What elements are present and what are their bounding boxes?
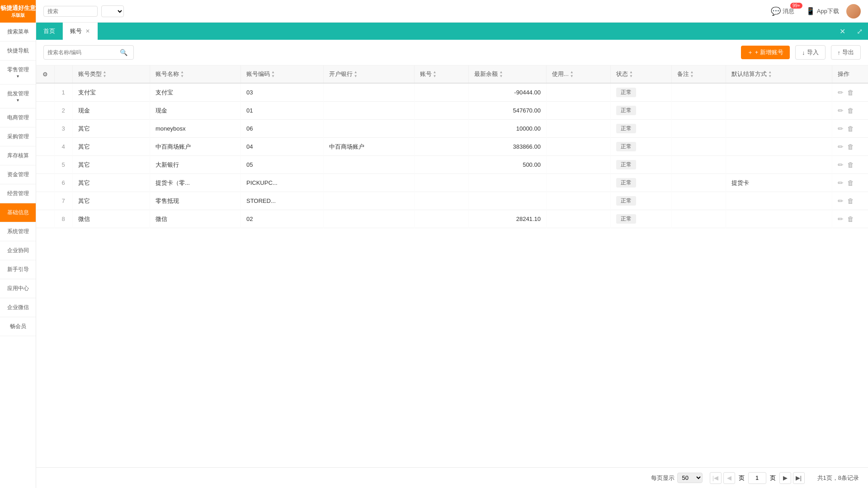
topbar-search-input[interactable] <box>43 6 98 17</box>
row-status: 正常 <box>610 138 671 156</box>
sidebar-item-basic-info[interactable]: 基础信息 <box>0 203 36 222</box>
row-gear <box>36 192 54 210</box>
export-button[interactable]: ↑ 导出 <box>831 45 861 60</box>
row-code: PICKUPC... <box>241 174 323 192</box>
balance-column-header[interactable]: 最新余额 ▲▼ <box>469 66 547 83</box>
user-avatar[interactable] <box>846 4 861 19</box>
header-buttons: ＋ + 新增账号 ↓ 导入 ↑ 导出 <box>741 45 861 60</box>
row-actions: ✏ 🗑 <box>832 210 868 228</box>
delete-button[interactable]: 🗑 <box>847 215 854 223</box>
sidebar-item-label: 畅会员 <box>2 323 34 330</box>
sidebar-item-enterprise-wechat[interactable]: 企业微信 <box>0 298 36 317</box>
row-name: 中百商场账户 <box>150 138 241 156</box>
row-remark <box>671 102 726 120</box>
row-status: 正常 <box>610 83 671 102</box>
sidebar-item-label: 经营管理 <box>2 190 34 197</box>
row-account <box>414 120 469 138</box>
sidebar-item-inventory-check[interactable]: 库存核算 <box>0 146 36 165</box>
topbar-dropdown[interactable] <box>101 5 124 17</box>
balance-col-label: 最新余额 <box>474 70 498 78</box>
import-button[interactable]: ↓ 导入 <box>795 45 826 60</box>
last-page-button[interactable]: ▶| <box>793 472 805 484</box>
account-column-header[interactable]: 账号 ▲▼ <box>414 66 469 83</box>
sidebar-item-capital-mgmt[interactable]: 资金管理 <box>0 165 36 184</box>
delete-button[interactable]: 🗑 <box>847 107 854 115</box>
default-pay-column-header[interactable]: 默认结算方式 ▲▼ <box>726 66 832 83</box>
status-column-header[interactable]: 状态 ▲▼ <box>610 66 671 83</box>
type-col-label: 账号类型 <box>78 70 102 78</box>
sidebar-item-label: 零售管理 <box>2 66 34 74</box>
delete-button[interactable]: 🗑 <box>847 179 854 187</box>
sidebar-item-purchase-mgmt[interactable]: 采购管理 <box>0 127 36 146</box>
close-window-button[interactable]: ✕ <box>834 23 851 40</box>
bank-column-header[interactable]: 开户银行 ▲▼ <box>323 66 414 83</box>
sidebar-item-member[interactable]: 畅会员 <box>0 317 36 336</box>
name-column-header[interactable]: 账号名称 ▲▼ <box>150 66 241 83</box>
message-icon: 💬 <box>771 6 781 16</box>
row-account <box>414 83 469 102</box>
usage-column-header[interactable]: 使用... ▲▼ <box>546 66 610 83</box>
prev-page-button[interactable]: ◀ <box>723 472 735 484</box>
remark-col-label: 备注 <box>677 70 689 78</box>
row-type: 其它 <box>72 156 150 174</box>
first-page-button[interactable]: |◀ <box>710 472 722 484</box>
maximize-window-button[interactable]: ⤢ <box>851 23 868 40</box>
row-balance: 500.00 <box>469 156 547 174</box>
edit-button[interactable]: ✏ <box>838 107 844 115</box>
export-icon: ↑ <box>838 49 841 56</box>
code-column-header[interactable]: 账号编码 ▲▼ <box>241 66 323 83</box>
row-balance: 547670.00 <box>469 102 547 120</box>
tab-home[interactable]: 首页 <box>36 23 63 40</box>
edit-button[interactable]: ✏ <box>838 125 844 133</box>
edit-button[interactable]: ✏ <box>838 179 844 187</box>
sidebar-item-wholesale-mgmt[interactable]: 批发管理 ▾ <box>0 84 36 108</box>
search-input[interactable] <box>47 49 120 56</box>
row-usage <box>546 120 610 138</box>
bank-col-label: 开户银行 <box>329 70 353 78</box>
row-gear <box>36 102 54 120</box>
edit-button[interactable]: ✏ <box>838 161 844 169</box>
sidebar-item-search-menu[interactable]: 搜索菜单 <box>0 23 36 42</box>
row-remark <box>671 210 726 228</box>
sort-arrows-name: ▲▼ <box>180 70 184 78</box>
edit-button[interactable]: ✏ <box>838 215 844 223</box>
delete-button[interactable]: 🗑 <box>847 89 854 97</box>
row-code: 01 <box>241 102 323 120</box>
add-account-button[interactable]: ＋ + 新增账号 <box>741 46 790 59</box>
delete-button[interactable]: 🗑 <box>847 143 854 151</box>
page-number-input[interactable] <box>748 472 766 484</box>
next-page-button[interactable]: ▶ <box>779 472 791 484</box>
sidebar-item-system-mgmt[interactable]: 系统管理 <box>0 222 36 241</box>
remark-column-header[interactable]: 备注 ▲▼ <box>671 66 726 83</box>
edit-button[interactable]: ✏ <box>838 143 844 151</box>
type-column-header[interactable]: 账号类型 ▲▼ <box>72 66 150 83</box>
edit-button[interactable]: ✏ <box>838 89 844 97</box>
sidebar-item-enterprise-agreement[interactable]: 企业协同 <box>0 241 36 260</box>
row-num: 1 <box>54 83 72 102</box>
edit-button[interactable]: ✏ <box>838 197 844 205</box>
row-usage <box>546 102 610 120</box>
row-num: 2 <box>54 102 72 120</box>
sidebar-item-retail-mgmt[interactable]: 零售管理 ▾ <box>0 61 36 84</box>
row-default-pay <box>726 156 832 174</box>
sidebar-item-app-center[interactable]: 应用中心 <box>0 279 36 298</box>
row-name: 微信 <box>150 210 241 228</box>
delete-button[interactable]: 🗑 <box>847 125 854 133</box>
close-icon[interactable]: ✕ <box>85 28 90 34</box>
sidebar-item-ops-mgmt[interactable]: 经营管理 <box>0 184 36 203</box>
row-balance <box>469 192 547 210</box>
gear-column-header[interactable]: ⚙ <box>36 66 54 83</box>
page-size-select[interactable]: 50 10 20 100 <box>677 473 703 483</box>
sidebar-item-quick-nav[interactable]: 快捷导航 <box>0 42 36 61</box>
page-label: 页 <box>739 474 745 482</box>
sidebar-item-new-guide[interactable]: 新手引导 <box>0 260 36 279</box>
table-row: 2 现金 现金 01 547670.00 正常 ✏ 🗑 <box>36 102 868 120</box>
tab-account[interactable]: 账号 ✕ <box>63 23 98 40</box>
row-status: 正常 <box>610 156 671 174</box>
message-button[interactable]: 💬 消息 99+ <box>771 6 799 16</box>
app-download-button[interactable]: 📱 App下载 <box>806 7 839 15</box>
delete-button[interactable]: 🗑 <box>847 197 854 205</box>
sidebar-item-ecommerce-mgmt[interactable]: 电商管理 <box>0 108 36 127</box>
delete-button[interactable]: 🗑 <box>847 161 854 169</box>
sort-arrows-status: ▲▼ <box>629 70 633 78</box>
